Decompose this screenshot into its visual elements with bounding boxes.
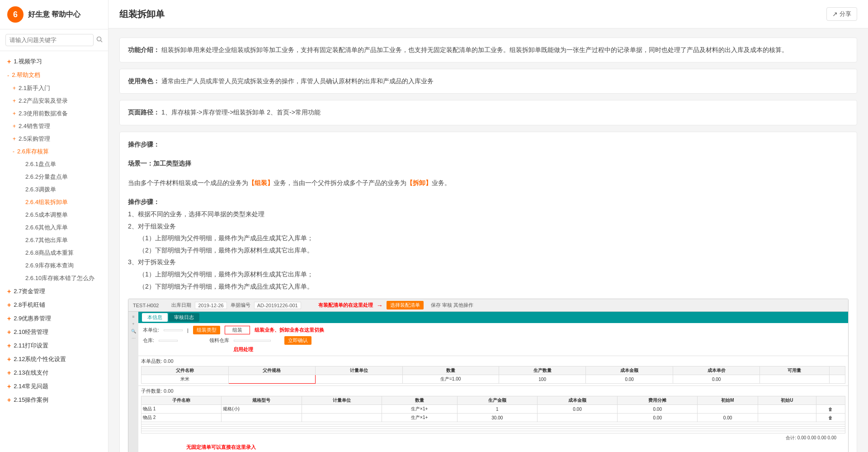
sidebar-item-count[interactable]: 2.6.1盘点单 (22, 158, 108, 171)
sidebar-item-cost-recalc[interactable]: 2.6.8商品成本重算 (22, 247, 108, 259)
screenshot-main: 本信息 审核日志 本单位: | 组装类型 组装 (138, 312, 848, 452)
expand-icon: + (13, 123, 16, 129)
scene1-desc: 当由多个子件材料组装成一个成品的业务为【组装】业务，当由一个父件拆分成多个子产品… (128, 177, 849, 189)
screenshot-annotation3-row: 启用处理 (143, 346, 844, 353)
content-area: 功能介绍： 组装拆卸单用来处理企业组装或拆卸等加工业务，支持有固定装配清单的产品… (108, 29, 868, 452)
sidebar-item-transfer[interactable]: 2.6.3调拨单 (22, 183, 108, 196)
sidebar-item-purchase[interactable]: + 2.5采购管理 (13, 133, 108, 145)
plus-icon: + (7, 342, 11, 349)
sidebar-item-video-label: 1.视频学习 (14, 57, 42, 66)
sidebar-item-data-prep[interactable]: + 2.3使用前数据准备 (13, 107, 108, 120)
plus-icon: + (7, 301, 11, 309)
screenshot-tab1: 本信息 (142, 313, 168, 322)
sidebar-item-cases[interactable]: + 2.15操作案例 (0, 393, 108, 407)
expand-icon: + (13, 136, 16, 142)
screenshot-date-label: 出库日期 (171, 302, 191, 309)
expand-icon: + (13, 110, 16, 117)
screenshot-lower-table-area: 子件数量: 0.00 子件名称 规格型号 计量单位 数量 生产金额 (138, 386, 848, 452)
nav-sub-docs: + 2.1新手入门 + 2.2产品安装及登录 + 2.3使用前数据准备 + 2.… (0, 82, 108, 285)
screenshot-annotation1: 有装配清单的在这里处理 (318, 302, 373, 309)
sidebar-item-finance[interactable]: + 2.7资金管理 (0, 285, 108, 298)
screenshot-annotation3: 启用处理 (233, 347, 253, 352)
sidebar-item-beginner[interactable]: + 2.1新手入门 (13, 82, 108, 95)
sidebar-item-video[interactable]: + 1.视频学习 (0, 55, 108, 68)
search-button[interactable] (96, 36, 103, 44)
feature-intro-label: 功能介绍： (128, 46, 160, 53)
sidebar-item-other-out[interactable]: 2.6.7其他出库单 (22, 234, 108, 247)
step3-1: （1）上部明细为父件明细，最终作为原材料生成其它出库单； (128, 268, 849, 281)
sidebar-item-customize[interactable]: + 2.12系统个性化设置 (0, 352, 108, 366)
screenshot-btn-select: 选择装配清单 (387, 301, 424, 309)
svg-line-1 (101, 41, 103, 43)
screenshot-wrapper: TEST-H002 出库日期 2019-12-26 单据编号 AD-201912… (128, 299, 849, 452)
sidebar-item-cost-adj[interactable]: 2.6.5成本调整单 (22, 209, 108, 221)
main-content: 组装拆卸单 ↗ 分享 功能介绍： 组装拆卸单用来处理企业组装或拆卸等加工业务，支… (108, 0, 868, 452)
screenshot-upper-table-label: 本单品数: 0.00 (141, 358, 845, 365)
expand-icon: + (13, 98, 16, 104)
screenshot-arrow1: → (377, 302, 383, 309)
sidebar-item-sales[interactable]: + 2.4销售管理 (13, 120, 108, 133)
role-text: 通常由生产人员或库管人员完成拆装业务的操作，库管人员确认原材料的出库和产成品的入… (161, 77, 434, 85)
sidebar-item-docs[interactable]: - 2.帮助文档 (0, 68, 108, 82)
app-title: 好生意 帮助中心 (28, 10, 80, 19)
sidebar-item-print[interactable]: + 2.11打印设置 (0, 339, 108, 352)
step3: 3、对于拆装业务 (128, 256, 849, 268)
screenshot-docno: AD-20191226-001 (254, 302, 301, 309)
screenshot-left-bar: ≡ + 🔍 ⋯ (128, 312, 138, 452)
plus-icon: + (7, 328, 11, 336)
expand-icon: + (13, 85, 16, 91)
sidebar-item-install[interactable]: + 2.2产品安装及登录 (13, 95, 108, 107)
screenshot-form-row2: 仓库: 领料仓库 立即确认 (143, 336, 844, 345)
sidebar-item-partial-count[interactable]: 2.6.2分量盘点单 (22, 171, 108, 183)
sidebar-item-ops[interactable]: + 2.10经营管理 (0, 325, 108, 339)
sidebar-item-inventory[interactable]: - 2.6库存核算 (13, 145, 108, 158)
search-icon (96, 36, 103, 43)
sidebar-nav: + 1.视频学习 - 2.帮助文档 + 2.1新手入门 + 2.2产品安装及登录… (0, 51, 108, 452)
step2-1: （1）上部明细为父件明细，最终作为产成品生成其它入库单； (128, 232, 849, 244)
nav-sub-sub-inventory: 2.6.1盘点单 2.6.2分量盘点单 2.6.3调拨单 2.6.4组装拆卸单 … (13, 158, 108, 285)
ops-label: 操作步骤： (128, 141, 160, 148)
sidebar-item-payment[interactable]: + 2.13在线支付 (0, 366, 108, 380)
role-label: 使用角色： (128, 77, 160, 85)
screenshot-totals: 合计: 0.00 0.00 0.00 0.00 (141, 435, 845, 441)
feature-intro-text: 组装拆卸单用来处理企业组装或拆卸等加工业务，支持有固定装配清单的产品加工业务，也… (161, 46, 788, 53)
step2-2: （2）下部明细为子件明细，最终作为原材料生成其它出库单。 (128, 244, 849, 257)
screenshot-lower-header-row: 子件数量: 0.00 (141, 388, 845, 395)
sidebar-item-coupon[interactable]: + 2.9优惠券管理 (0, 312, 108, 325)
sidebar-item-ledger[interactable]: 2.6.9库存账本查询 (22, 259, 108, 272)
screenshot-annotation4: 无固定清单可以直接在这里录入 (186, 444, 256, 450)
screenshot-upper-table-area: 本单品数: 0.00 父件名称 父件规格 计量单位 数量 生产数量 (138, 356, 848, 386)
screenshot-tab2: 审核日志 (169, 313, 199, 322)
screenshot-confirm-btn: 立即确认 (284, 336, 311, 345)
plus-icon: + (7, 315, 11, 322)
screenshot-tabs: 本信息 审核日志 (138, 312, 848, 323)
sidebar-item-ledger-fix[interactable]: 2.6.10库存账本错了怎么办 (22, 272, 108, 285)
share-button[interactable]: ↗ 分享 (826, 7, 857, 21)
sidebar-item-assembly[interactable]: 2.6.4组装拆卸单 (22, 196, 108, 209)
steps-block: 操作步骤： 场景一：加工类型选择 当由多个子件材料组装成一个成品的业务为【组装】… (119, 132, 857, 452)
share-icon: ↗ (832, 10, 838, 18)
sidebar: 6 好生意 帮助中心 + 1.视频学习 - 2.帮助文档 + 2.1新手入门 (0, 0, 108, 452)
screenshot-body: ≡ + 🔍 ⋯ 本信息 审核日志 (128, 312, 848, 452)
screenshot-app-id: TEST-H002 (133, 303, 159, 308)
sidebar-item-faq[interactable]: + 2.14常见问题 (0, 380, 108, 393)
plus-icon: + (7, 396, 11, 404)
screenshot-date: 2019-12-26 (195, 302, 226, 309)
search-input[interactable] (5, 34, 94, 46)
main-header: 组装拆卸单 ↗ 分享 (108, 0, 868, 29)
plus-icon: + (7, 58, 11, 65)
screenshot-docno-label: 单据编号 (231, 302, 250, 309)
path-text: 1、库存核算->库存管理->组装拆卸单 2、首页->常用功能 (161, 109, 321, 116)
sidebar-item-mobile[interactable]: + 2.8手机旺铺 (0, 298, 108, 312)
role-block: 使用角色： 通常由生产人员或库管人员完成拆装业务的操作，库管人员确认原材料的出库… (119, 69, 857, 94)
search-box (0, 29, 108, 51)
page-title: 组装拆卸单 (119, 8, 165, 20)
screenshot-form-row1: 本单位: | 组装类型 组装 组装业务、拆卸业务在这里切换 (143, 326, 844, 334)
plus-icon: + (7, 356, 11, 363)
screenshot-type-btn: 组装类型 (193, 326, 220, 334)
step2: 2、对于组装业务 (128, 220, 849, 233)
path-block: 页面路径： 1、库存核算->库存管理->组装拆卸单 2、首页->常用功能 (119, 100, 857, 125)
sidebar-item-other-in[interactable]: 2.6.6其他入库单 (22, 221, 108, 234)
sidebar-header: 6 好生意 帮助中心 (0, 0, 108, 29)
plus-icon: + (7, 383, 11, 390)
